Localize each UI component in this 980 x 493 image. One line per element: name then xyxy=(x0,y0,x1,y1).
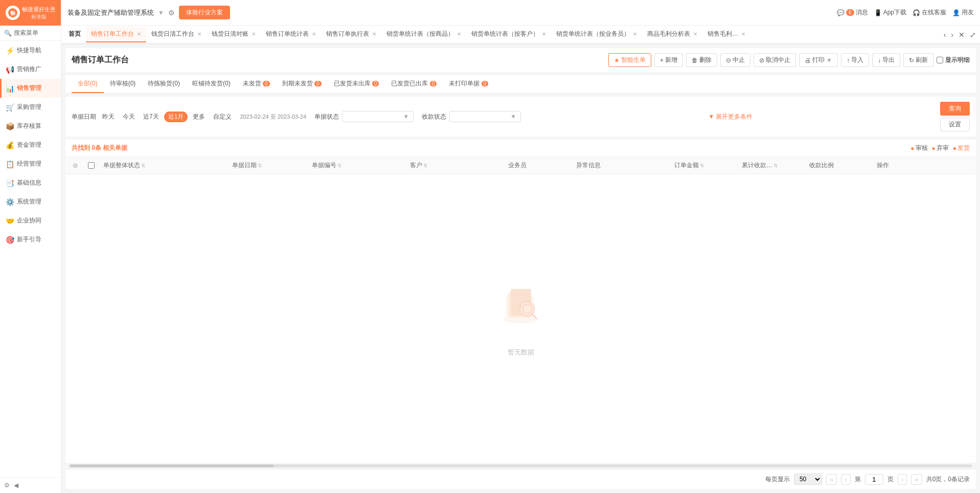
online-service-area[interactable]: 🎧 在线客服 xyxy=(913,8,946,17)
app-download-area[interactable]: 📱 App下载 xyxy=(874,8,906,17)
filter-tab-overdue-not-shipped[interactable]: 到期未发货 0 xyxy=(276,75,328,93)
tab-close-margin[interactable]: ✕ xyxy=(693,31,697,37)
sort-icon-date: ⇅ xyxy=(258,163,262,168)
page-number-input[interactable] xyxy=(865,474,883,485)
show-detail-checkbox[interactable] xyxy=(937,57,943,63)
th-customer[interactable]: 客户 ⇅ xyxy=(407,157,505,174)
tab-cash-reconcile[interactable]: 钱货日清对账 ✕ xyxy=(207,27,261,42)
sidebar-item-marketing[interactable]: 📢 营销推广 xyxy=(0,60,61,79)
tab-sales-customer[interactable]: 销货单统计表（按客户） ✕ xyxy=(466,27,551,42)
delete-button[interactable]: 🗑 删除 xyxy=(686,53,717,67)
tab-close-sales-product[interactable]: ✕ xyxy=(457,31,461,37)
sidebar-item-inventory[interactable]: 📦 库存核算 xyxy=(0,117,61,136)
th-status[interactable]: 单据整体状态 ⇅ xyxy=(100,157,229,174)
chevron-down-icon-status: ▼ xyxy=(403,113,409,120)
last-page-button[interactable]: » xyxy=(911,474,922,485)
tab-sales-product[interactable]: 销货单统计表（按商品） ✕ xyxy=(381,27,466,42)
show-detail-label[interactable]: 显示明细 xyxy=(937,56,970,64)
sidebar-item-sales[interactable]: 📊 销售管理 xyxy=(0,79,61,98)
tab-close-sales-customer[interactable]: ✕ xyxy=(542,31,546,37)
export-button[interactable]: ↓ 导出 xyxy=(872,53,900,67)
sidebar-search[interactable]: 🔍 搜索菜单 xyxy=(0,26,61,41)
tab-sales-staff[interactable]: 销货单统计表（按业务员） ✕ xyxy=(551,27,642,42)
th-config[interactable]: ⚙ xyxy=(70,158,85,173)
select-all-checkbox[interactable] xyxy=(88,162,95,169)
tab-close-sales-margin[interactable]: ✕ xyxy=(741,31,745,37)
tab-close-sales-order[interactable]: ✕ xyxy=(137,31,141,37)
th-ops: 操作 xyxy=(874,157,972,174)
tab-close-sales-exec[interactable]: ✕ xyxy=(372,31,376,37)
th-date[interactable]: 单据日期 ⇅ xyxy=(229,157,309,174)
tab-sales-exec[interactable]: 销售订单执行表 ✕ xyxy=(321,27,381,42)
stop-button[interactable]: ⊙ 中止 xyxy=(720,53,750,67)
import-button[interactable]: ↑ 导入 xyxy=(841,53,869,67)
tab-sales-stats[interactable]: 销售订单统计表 ✕ xyxy=(261,27,321,42)
tab-home[interactable]: 首页 xyxy=(63,27,86,42)
tab-close-sales-stats[interactable]: ✕ xyxy=(312,31,316,37)
next-page-button[interactable]: › xyxy=(898,474,907,485)
sort-icon-collected: ⇅ xyxy=(773,163,778,168)
tab-close-cash-daily[interactable]: ✕ xyxy=(197,31,201,37)
date-opt-today[interactable]: 今天 xyxy=(120,111,138,122)
sidebar-item-system[interactable]: ⚙️ 系统管理 xyxy=(0,192,61,211)
tab-scroll-right[interactable]: › xyxy=(949,30,955,40)
tab-cash-daily-clear[interactable]: 钱货日清工作台 ✕ xyxy=(146,27,207,42)
sidebar-item-guide[interactable]: 🎯 新手引导 xyxy=(0,230,61,249)
smart-create-button[interactable]: ★ 智能生单 xyxy=(608,53,651,67)
cancel-stop-button[interactable]: ⊘ 取消中止 xyxy=(754,53,796,67)
collapse-icon[interactable]: ◀ xyxy=(14,482,18,489)
sidebar-item-finance[interactable]: 💰 资金管理 xyxy=(0,136,61,154)
tab-margin-analysis[interactable]: 商品毛利分析表 ✕ xyxy=(642,27,702,42)
expand-more-btn[interactable]: ▼ 展开更多条件 xyxy=(709,113,753,121)
filter-tab-pending-inspect[interactable]: 待拣验货(0) xyxy=(142,75,186,93)
scrollbar-area[interactable] xyxy=(65,463,976,469)
tab-sales-margin[interactable]: 销售毛利… ✕ xyxy=(702,27,750,42)
th-collected[interactable]: 累计收款… ⇅ xyxy=(739,157,806,174)
tab-expand[interactable]: ⤢ xyxy=(968,30,978,40)
filter-tab-not-shipped[interactable]: 未发货 0 xyxy=(237,75,276,93)
date-opt-yesterday[interactable]: 昨天 xyxy=(99,111,118,122)
sidebar-item-operation[interactable]: 📋 经营管理 xyxy=(0,154,61,173)
filter-tab-shipped-out[interactable]: 已发货已出库 0 xyxy=(385,75,443,93)
print-button[interactable]: 🖨 打印 ▼ xyxy=(799,53,838,67)
refresh-button[interactable]: ↻ 刷新 xyxy=(903,53,933,67)
tab-close-sales-staff[interactable]: ✕ xyxy=(633,31,637,37)
sidebar-item-quick-nav[interactable]: ⚡ 快捷导航 xyxy=(0,41,61,60)
review-btn[interactable]: ● 审核 xyxy=(910,144,927,152)
date-opt-7days[interactable]: 近7天 xyxy=(140,111,162,122)
filter-tab-pending-review[interactable]: 待审核(0) xyxy=(104,75,142,93)
th-num[interactable]: 单据编号 ⇅ xyxy=(309,157,407,174)
setting-button[interactable]: 设置 xyxy=(940,118,970,131)
prev-page-button[interactable]: ‹ xyxy=(841,474,850,485)
message-area[interactable]: 💬 6 消息 xyxy=(837,8,868,17)
industry-solution-button[interactable]: 体验行业方案 xyxy=(179,6,230,19)
date-opt-1month[interactable]: 近1月 xyxy=(164,111,188,122)
tab-sales-order-workbench[interactable]: 销售订单工作台 ✕ xyxy=(86,27,146,42)
gear-icon[interactable]: ⚙ xyxy=(168,9,175,17)
sidebar-item-cooperation[interactable]: 🤝 企业协同 xyxy=(0,211,61,230)
query-button[interactable]: 查询 xyxy=(940,102,970,116)
first-page-button[interactable]: « xyxy=(826,474,837,485)
ship-btn[interactable]: ● 发货 xyxy=(953,144,970,152)
sidebar-item-purchase[interactable]: 🛒 采购管理 xyxy=(0,98,61,117)
reject-btn[interactable]: ● 弃审 xyxy=(932,144,949,152)
per-page-select[interactable]: 50 10 20 100 xyxy=(794,474,822,485)
filter-tab-all[interactable]: 全部(0) xyxy=(72,75,104,93)
tab-close-all[interactable]: ✕ xyxy=(956,30,967,40)
user-area[interactable]: 👤 用友 xyxy=(952,8,974,17)
tab-close-cash-reconcile[interactable]: ✕ xyxy=(252,31,256,37)
th-checkbox[interactable] xyxy=(85,158,100,173)
filter-tab-not-printed[interactable]: 未打印单据 0 xyxy=(443,75,494,93)
tab-scroll-left[interactable]: ‹ xyxy=(942,30,948,40)
sidebar-item-basic[interactable]: 📑 基础信息 xyxy=(0,173,61,192)
chevron-down-icon[interactable]: ▼ xyxy=(158,9,164,16)
filter-tab-wangpu-delivery[interactable]: 旺铺待发货(0) xyxy=(186,75,237,93)
date-opt-custom[interactable]: 自定义 xyxy=(210,111,235,122)
status-select[interactable]: ▼ xyxy=(342,111,414,122)
add-button[interactable]: + 新增 xyxy=(654,53,683,67)
filter-tab-shipped-not-out[interactable]: 已发货未出库 0 xyxy=(328,75,385,93)
settings-icon[interactable]: ⚙ xyxy=(4,482,10,489)
th-amount[interactable]: 订单金额 ⇅ xyxy=(671,157,739,174)
date-opt-more[interactable]: 更多 xyxy=(190,111,208,122)
payment-select[interactable]: ▼ xyxy=(449,111,521,122)
